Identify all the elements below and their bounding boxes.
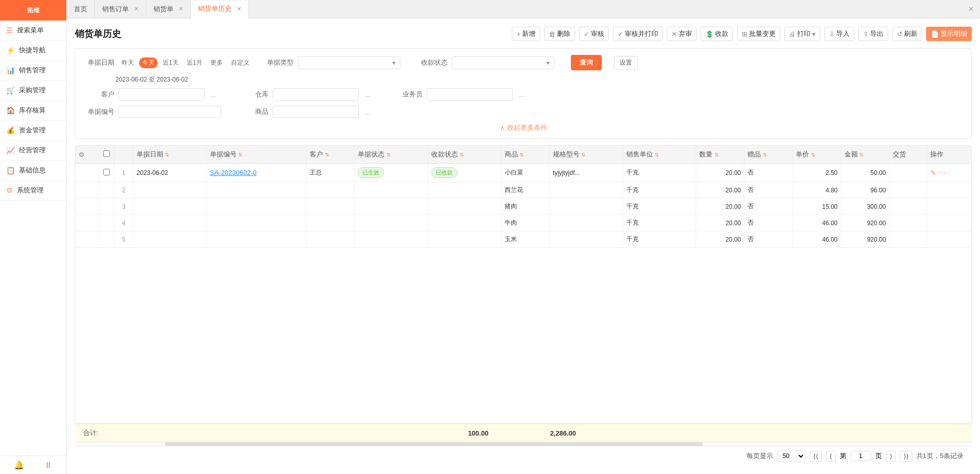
salesperson-dots[interactable]: ... [519,91,525,98]
th-gear[interactable]: ⚙ [75,146,99,164]
new-button[interactable]: + 新增 [512,27,540,41]
cell-checkbox-1[interactable] [99,182,114,199]
import-button[interactable]: ⇩ 导入 [824,27,854,41]
finance-icon: 💰 [6,126,15,134]
row-checkbox[interactable] [103,169,110,175]
sidebar-item-ops[interactable]: 📈 经营管理 [0,141,66,161]
page-first-button[interactable]: ⟨⟨ [810,451,822,462]
th-transaction-label: 交货 [893,150,906,158]
cell-docdate-2 [133,199,207,215]
edit-icon[interactable]: ✎ [930,169,936,177]
cell-amount-0: 50.00 [841,164,889,182]
tab-sales-delivery-close[interactable]: ✕ [179,6,183,12]
show-detail-button[interactable]: 📄 显示明细 [926,27,972,41]
th-doc-no[interactable]: 单据编号 ⇅ [206,146,306,164]
cell-docno-3 [206,215,306,231]
audit-button[interactable]: ✓ 审核 [579,27,609,41]
warehouse-dots[interactable]: ... [365,91,371,98]
set-button[interactable]: 设置 [614,56,638,70]
sidebar-item-label: 库存核算 [19,106,46,115]
cell-salesunit-0: 千克 [623,164,696,182]
tab-sales-order[interactable]: 销售订单 ✕ [95,0,146,18]
sidebar-item-sales-mgmt[interactable]: 📊 销售管理 [0,61,66,81]
tab-sales-delivery-history-close[interactable]: ✕ [237,6,241,12]
sidebar-item-quick-nav[interactable]: ⚡ 快捷导航 [0,41,66,61]
date-tab-custom[interactable]: 自定义 [228,57,253,68]
cell-unitprice-1: 4.80 [793,182,841,199]
th-payment-status[interactable]: 收款状态 ⇅ [428,146,502,164]
th-doc-date[interactable]: 单据日期 ⇅ [133,146,207,164]
page-input[interactable]: 1 [851,451,871,461]
page-size-select[interactable]: 50 100 200 [777,450,805,462]
date-tab-more[interactable]: 更多 [207,57,226,68]
sidebar-item-inventory[interactable]: 🏠 库存核算 [0,101,66,121]
collapse-button[interactable]: ∧ 收起更多条件 [84,123,963,132]
goods-dots[interactable]: ... [365,108,371,116]
page-next-button[interactable]: ⟩ [886,451,896,462]
page-last-button[interactable]: ⟩⟩ [900,451,912,462]
cell-paymentstatus-4 [428,231,502,248]
inventory-icon: 🏠 [6,106,15,114]
th-unit-price[interactable]: 单价 ⇅ [793,146,841,164]
sidebar-item-search-menu[interactable]: ☰ 搜索菜单 [0,21,66,41]
tab-home[interactable]: 首页 [67,0,95,18]
select-all-checkbox[interactable] [103,150,110,157]
date-tab-last30[interactable]: 近1月 [184,57,206,68]
batch-change-button[interactable]: ⊞ 批量变更 [737,27,780,41]
th-doc-status-label: 单据状态 [358,150,385,158]
cell-checkbox-3[interactable] [99,215,114,231]
scrollbar-thumb[interactable] [165,442,703,446]
th-customer[interactable]: 客户 ⇅ [306,146,355,164]
horizontal-scrollbar[interactable] [75,442,972,446]
sidebar-item-label: 系统管理 [17,186,44,195]
cell-checkbox-4[interactable] [99,231,114,248]
salesperson-input[interactable] [427,88,513,101]
date-tab-last7[interactable]: 近1天 [160,57,182,68]
date-tab-today[interactable]: 今天 [139,57,158,68]
th-amount[interactable]: 金额 ⇅ [841,146,889,164]
th-goods[interactable]: 商品 ⇅ [501,146,549,164]
abandon-button[interactable]: ✕ 弃审 [667,27,697,41]
sidebar-item-finance[interactable]: 💰 资金管理 [0,121,66,141]
delete-button[interactable]: 🗑 删除 [544,27,575,41]
doc-no-link[interactable]: SA-20230602-0 [210,169,257,176]
purchase-mgmt-icon: 🛒 [6,86,15,94]
th-spec-type[interactable]: 规格型号 ⇅ [549,146,623,164]
th-goods-label: 商品 [505,150,518,158]
tab-sales-delivery-history[interactable]: 销货单历史 ✕ [191,1,249,18]
warehouse-input[interactable] [273,88,359,101]
th-sales-unit[interactable]: 销售单位 ⇅ [623,146,696,164]
page-prev-button[interactable]: ⟨ [826,451,836,462]
refresh-button[interactable]: ↺ 刷新 [892,27,922,41]
column-settings-icon[interactable]: ⚙ [79,151,85,159]
payment-status-select[interactable]: ▾ [452,56,554,69]
notification-icon[interactable]: 🔔 [14,460,24,470]
doc-type-select[interactable]: ▾ [298,56,400,69]
tab-sales-delivery[interactable]: 销货单 ✕ [146,0,191,18]
pause-icon[interactable]: ⏸ [44,461,52,470]
doc-no-input[interactable] [119,106,221,118]
collect-button[interactable]: 💲 收款 [701,27,733,41]
cell-checkbox-2[interactable] [99,199,114,215]
cell-checkbox-0[interactable] [99,164,114,182]
customer-dots[interactable]: ... [211,91,217,98]
sidebar-item-basic-info[interactable]: 📋 基础信息 [0,161,66,181]
goods-input[interactable] [273,106,359,118]
cell-unitprice-4: 46.00 [793,231,841,248]
tab-sales-order-close[interactable]: ✕ [134,6,139,12]
tab-bar-close-btn[interactable]: ✕ [962,5,980,13]
audit-print-button[interactable]: ✓ 审核并打印 [613,27,663,41]
more-icon[interactable]: ⋯ [938,169,946,177]
th-doc-status[interactable]: 单据状态 ⇅ [355,146,428,164]
customer-input[interactable] [119,88,205,101]
table-row: 1 2023-06-02 SA-20230602-0 王总 已生效 已收款 小白… [75,164,971,182]
date-tab-yesterday[interactable]: 昨天 [119,57,137,68]
sidebar-item-purchase-mgmt[interactable]: 🛒 采购管理 [0,81,66,101]
th-qty[interactable]: 数量 ⇅ [696,146,744,164]
query-button[interactable]: 查询 [571,55,602,70]
export-button[interactable]: ⇧ 导出 [858,27,888,41]
print-button[interactable]: 🖨 打印 ▾ [784,27,820,41]
sidebar-item-sys-mgmt[interactable]: ⚙ 系统管理 [0,181,66,201]
sidebar-item-label: 基础信息 [19,166,46,175]
th-gift[interactable]: 赠品 ⇅ [744,146,793,164]
